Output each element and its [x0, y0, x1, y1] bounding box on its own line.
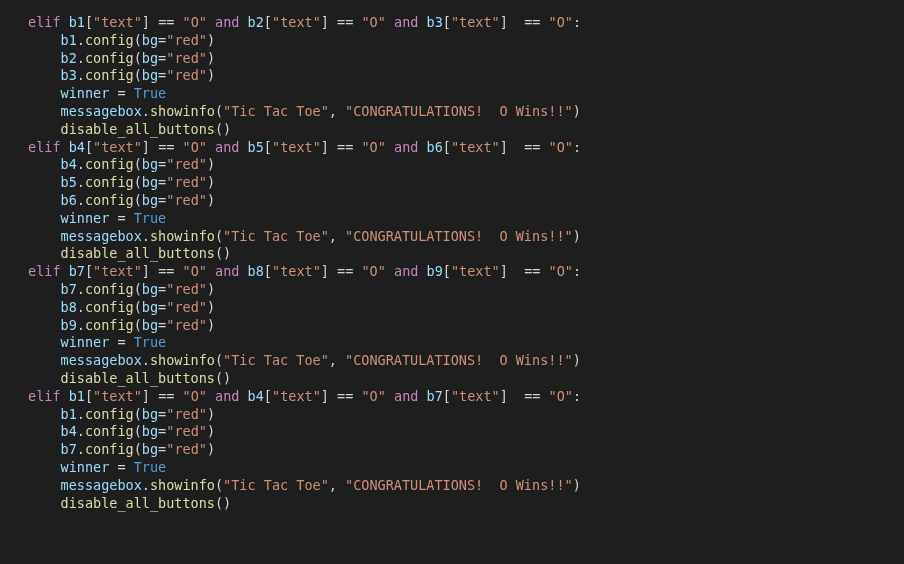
- code-line[interactable]: b2.config(bg="red"): [0, 50, 904, 68]
- code-line[interactable]: disable_all_buttons(): [0, 245, 904, 263]
- code-line[interactable]: b4.config(bg="red"): [0, 156, 904, 174]
- code-line[interactable]: messagebox.showinfo("Tic Tac Toe", "CONG…: [0, 228, 904, 246]
- code-line[interactable]: b7.config(bg="red"): [0, 281, 904, 299]
- code-line[interactable]: messagebox.showinfo("Tic Tac Toe", "CONG…: [0, 477, 904, 495]
- code-line[interactable]: messagebox.showinfo("Tic Tac Toe", "CONG…: [0, 103, 904, 121]
- code-line[interactable]: disable_all_buttons(): [0, 121, 904, 139]
- code-line[interactable]: elif b1["text"] == "O" and b4["text"] ==…: [0, 388, 904, 406]
- code-line[interactable]: winner = True: [0, 210, 904, 228]
- code-line[interactable]: winner = True: [0, 85, 904, 103]
- code-line[interactable]: elif b7["text"] == "O" and b8["text"] ==…: [0, 263, 904, 281]
- code-line[interactable]: elif b4["text"] == "O" and b5["text"] ==…: [0, 139, 904, 157]
- code-line[interactable]: b9.config(bg="red"): [0, 317, 904, 335]
- code-line[interactable]: b6.config(bg="red"): [0, 192, 904, 210]
- code-line[interactable]: b4.config(bg="red"): [0, 423, 904, 441]
- code-line[interactable]: b3.config(bg="red"): [0, 67, 904, 85]
- code-editor-content[interactable]: elif b1["text"] == "O" and b2["text"] ==…: [0, 0, 904, 512]
- code-line[interactable]: b8.config(bg="red"): [0, 299, 904, 317]
- code-line[interactable]: b1.config(bg="red"): [0, 32, 904, 50]
- code-line[interactable]: disable_all_buttons(): [0, 370, 904, 388]
- code-line[interactable]: disable_all_buttons(): [0, 495, 904, 513]
- code-line[interactable]: winner = True: [0, 459, 904, 477]
- code-line[interactable]: b1.config(bg="red"): [0, 406, 904, 424]
- code-line[interactable]: messagebox.showinfo("Tic Tac Toe", "CONG…: [0, 352, 904, 370]
- code-line[interactable]: b5.config(bg="red"): [0, 174, 904, 192]
- code-line[interactable]: winner = True: [0, 334, 904, 352]
- code-line[interactable]: b7.config(bg="red"): [0, 441, 904, 459]
- code-line[interactable]: elif b1["text"] == "O" and b2["text"] ==…: [0, 14, 904, 32]
